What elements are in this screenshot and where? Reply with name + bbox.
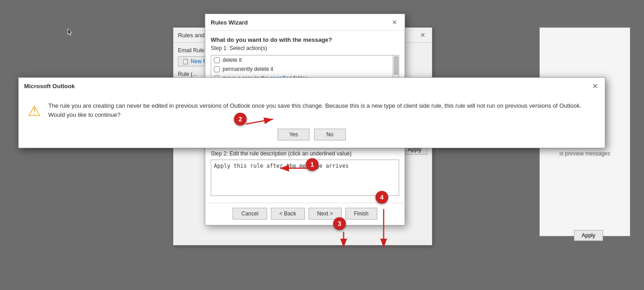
action-perm-delete-label: permanently delete it: [223, 66, 273, 72]
wizard-footer: Cancel < Back Next > Finish: [205, 203, 405, 225]
wizard-titlebar: Rules Wizard ✕: [205, 14, 405, 31]
preview-subtext: is preview messages: [559, 150, 610, 157]
outlook-title: Microsoft Outlook: [24, 83, 75, 90]
new-rule-icon: 📋: [182, 58, 189, 65]
outlook-message: The rule you are creating can never be e…: [48, 101, 596, 119]
action-perm-delete[interactable]: permanently delete it: [211, 65, 399, 74]
outlook-titlebar: Microsoft Outlook ✕: [19, 78, 605, 94]
outlook-close-button[interactable]: ✕: [590, 81, 599, 90]
wizard-question: What do you want to do with the message?: [211, 36, 399, 43]
action-delete-label: delete it: [223, 57, 242, 63]
yes-button[interactable]: Yes: [278, 129, 309, 140]
cancel-button[interactable]: Cancel: [233, 208, 267, 220]
finish-button[interactable]: Finish: [345, 208, 377, 220]
rules-alerts-close-button[interactable]: ✕: [418, 30, 427, 40]
rule-desc-box[interactable]: Apply this rule after the message arrive…: [211, 160, 399, 196]
wizard-title: Rules Wizard: [211, 19, 248, 26]
right-apply-button[interactable]: Apply: [574, 230, 603, 241]
annotation-4: 4: [375, 191, 388, 204]
action-delete[interactable]: delete it: [211, 55, 399, 65]
action-perm-delete-checkbox[interactable]: [214, 66, 220, 72]
actions-scrollbar-thumb[interactable]: [394, 56, 398, 75]
action-delete-checkbox[interactable]: [214, 57, 220, 63]
wizard-step1-label: Step 1: Select action(s): [211, 45, 399, 51]
no-button[interactable]: No: [314, 129, 346, 140]
outlook-body: ⚠ The rule you are creating can never be…: [19, 94, 605, 129]
back-button[interactable]: < Back: [271, 208, 305, 220]
annotation-1: 1: [306, 158, 319, 171]
outlook-warning-icon: ⚠: [28, 102, 41, 120]
annotation-3: 3: [333, 217, 346, 230]
step2-label: Step 2: Edit the rule description (click…: [211, 150, 399, 157]
outlook-dialog: Microsoft Outlook ✕ ⚠ The rule you are c…: [18, 77, 605, 148]
wizard-close-button[interactable]: ✕: [390, 18, 399, 27]
annotation-2: 2: [234, 113, 247, 125]
outlook-footer: Yes No: [19, 129, 605, 148]
